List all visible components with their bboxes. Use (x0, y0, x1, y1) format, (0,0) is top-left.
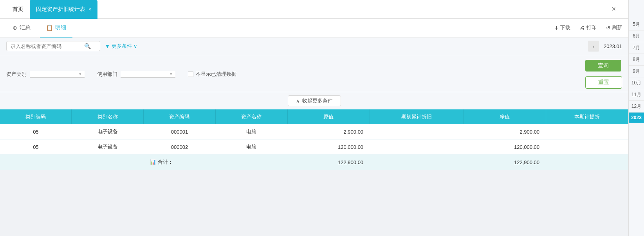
print-button[interactable]: 🖨 打印 (580, 24, 597, 31)
cell-net-value: 120,000.00 (464, 139, 546, 155)
reset-button[interactable]: 重置 (585, 76, 622, 89)
col-header-accumulated: 期初累计折旧 (370, 109, 464, 124)
sidebar-month-item[interactable]: 11月 (629, 89, 644, 101)
tab-summary[interactable]: ⊕ 汇总 (6, 19, 37, 38)
cell-category-code: 05 (0, 124, 72, 139)
tab-detail-label: 明细 (55, 24, 66, 31)
checkbox-icon (188, 72, 193, 77)
tab-label: 固定资产折旧统计表 (36, 6, 85, 13)
home-link[interactable]: 首页 (6, 6, 30, 13)
summary-icon: ⊕ (13, 25, 17, 31)
col-header-category-code: 类别编码 (0, 109, 72, 124)
sidebar-month-item[interactable]: 6月 (629, 30, 644, 42)
sidebar-month-item[interactable]: 12月 (629, 101, 644, 113)
total-row: 📊合计： 122,900.00 122,900.00 (0, 155, 628, 170)
more-filter-label: 更多条件 (112, 43, 132, 50)
cell-net-value: 2,900.00 (464, 124, 546, 139)
cell-accumulated (370, 124, 464, 139)
download-button[interactable]: ⬇ 下载 (554, 24, 570, 31)
cell-category-name: 电子设备 (72, 139, 144, 155)
sidebar-month-item[interactable]: 9月 (629, 66, 644, 77)
category-label: 资产类别 (6, 71, 27, 78)
tabs-left: ⊕ 汇总 📋 明细 (6, 19, 72, 37)
cell-asset-name: 电脑 (215, 139, 287, 155)
window-close-button[interactable]: × (605, 5, 622, 13)
category-arrow-icon: ▾ (79, 72, 81, 77)
print-icon: 🖨 (580, 25, 585, 31)
total-label: 📊合计： (144, 155, 288, 170)
col-header-current-period: 本期计提折 (546, 109, 628, 124)
collapse-row: ∧ 收起更多条件 (0, 92, 628, 109)
col-header-category-name: 类别名称 (72, 109, 144, 124)
department-select[interactable]: ▾ (121, 71, 175, 78)
more-filter-button[interactable]: ▼ 更多条件 ∨ (105, 43, 137, 50)
filter-row: 资产类别 ▾ 使用部门 ▾ 不显示已清理数据 查询 重置 (0, 55, 628, 92)
search-bar: 🔍 ▼ 更多条件 ∨ › 2023.01 (0, 38, 628, 55)
refresh-icon: ↺ (606, 25, 610, 31)
right-sidebar: 5月6月7月8月9月10月11月12月 2023 (628, 0, 644, 236)
category-select[interactable]: ▾ (30, 71, 85, 78)
cell-current-period (546, 139, 628, 155)
right-arrow-icon: › (593, 43, 594, 49)
total-net-value: 122,900.00 (464, 155, 546, 170)
department-arrow-icon: ▾ (170, 72, 172, 77)
hide-cleared-checkbox[interactable]: 不显示已清理数据 (188, 71, 236, 78)
top-nav: 首页 固定资产折旧统计表 × × (0, 0, 628, 19)
sub-tabs-bar: ⊕ 汇总 📋 明细 ⬇ 下载 🖨 打印 ↺ 刷新 (0, 19, 628, 38)
department-filter: 使用部门 ▾ (97, 71, 175, 78)
cell-original-value: 120,000.00 (287, 139, 370, 155)
cell-original-value: 2,900.00 (287, 124, 370, 139)
sidebar-month-item[interactable]: 5月 (629, 19, 644, 30)
tab-detail[interactable]: 📋 明细 (40, 19, 72, 38)
search-icon: 🔍 (84, 43, 91, 49)
col-header-asset-code: 资产编码 (144, 109, 216, 124)
filter-buttons: 查询 重置 (585, 60, 622, 89)
category-filter: 资产类别 ▾ (6, 71, 85, 78)
active-tab[interactable]: 固定资产折旧统计表 × (30, 0, 97, 19)
sidebar-year[interactable]: 2023 (629, 113, 644, 123)
query-button[interactable]: 查询 (585, 60, 621, 72)
department-label: 使用部门 (97, 71, 117, 78)
total-accumulated (370, 155, 464, 170)
col-header-original-value: 原值 (287, 109, 370, 124)
chevron-down-icon: ∨ (133, 43, 137, 49)
tab-summary-label: 汇总 (20, 24, 31, 31)
detail-icon: 📋 (46, 25, 53, 31)
cell-current-period (546, 124, 628, 139)
cell-asset-name: 电脑 (215, 124, 287, 139)
sidebar-month-item[interactable]: 8月 (629, 54, 644, 66)
sidebar-month-item[interactable]: 10月 (629, 77, 644, 89)
date-nav-button[interactable]: › (588, 41, 599, 52)
collapse-button[interactable]: ∧ 收起更多条件 (288, 95, 341, 106)
table-row: 05 电子设备 000001 电脑 2,900.00 2,900.00 (0, 124, 628, 139)
total-empty-2 (72, 155, 144, 170)
cell-asset-code: 000002 (144, 139, 216, 155)
data-table-wrap: 类别编码 类别名称 资产编码 资产名称 原值 期初累计折旧 净值 本期计提折 0… (0, 109, 628, 170)
print-label: 打印 (586, 24, 597, 31)
search-input-wrap[interactable]: 🔍 (6, 41, 100, 51)
date-label: 2023.01 (604, 43, 622, 49)
filter-icon: ▼ (105, 43, 110, 49)
cell-category-code: 05 (0, 139, 72, 155)
total-empty-1 (0, 155, 72, 170)
tab-close-icon[interactable]: × (88, 7, 91, 12)
checkbox-label: 不显示已清理数据 (196, 71, 236, 78)
table-row: 05 电子设备 000002 电脑 120,000.00 120,000.00 (0, 139, 628, 155)
total-current-period (546, 155, 628, 170)
refresh-button[interactable]: ↺ 刷新 (606, 24, 622, 31)
total-original-value: 122,900.00 (287, 155, 370, 170)
collapse-icon: ∧ (296, 98, 300, 104)
col-header-net-value: 净值 (464, 109, 546, 124)
data-table: 类别编码 类别名称 资产编码 资产名称 原值 期初累计折旧 净值 本期计提折 0… (0, 109, 628, 170)
sidebar-month-item[interactable]: 7月 (629, 42, 644, 54)
search-input[interactable] (11, 43, 81, 49)
refresh-label: 刷新 (612, 24, 622, 31)
col-header-asset-name: 资产名称 (215, 109, 287, 124)
table-header-row: 类别编码 类别名称 资产编码 资产名称 原值 期初累计折旧 净值 本期计提折 (0, 109, 628, 124)
cell-accumulated (370, 139, 464, 155)
download-icon: ⬇ (554, 25, 559, 31)
download-label: 下载 (560, 24, 570, 31)
total-icon: 📊 (150, 159, 156, 165)
cell-asset-code: 000001 (144, 124, 216, 139)
cell-category-name: 电子设备 (72, 124, 144, 139)
